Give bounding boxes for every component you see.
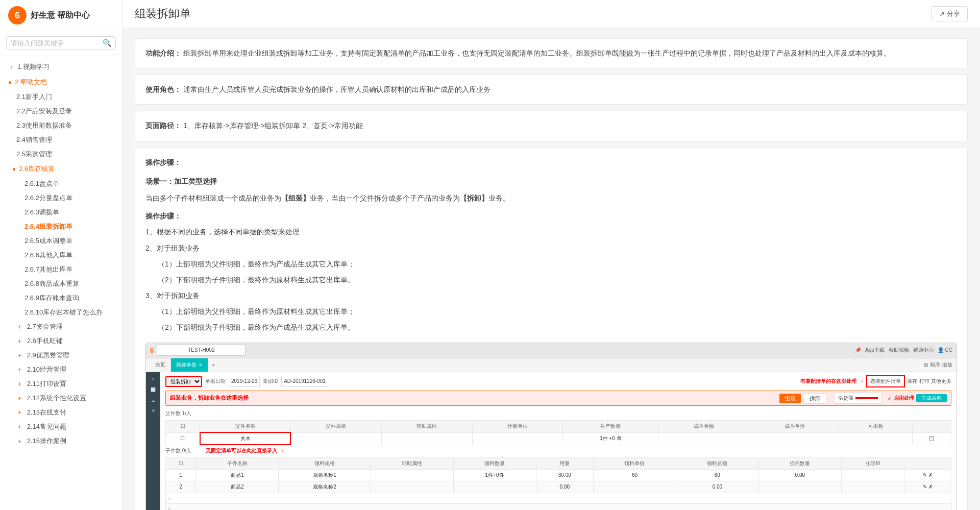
item-label: 2.7资金管理 <box>27 323 63 330</box>
sidebar-item-other-in[interactable]: 2.6.6其他入库单 <box>0 248 122 262</box>
type-select[interactable]: 组装拆卸 <box>165 376 202 387</box>
item-label: 2.14常见问题 <box>27 423 66 430</box>
sidebar-item-video[interactable]: ＋ 1.视频学习 <box>0 59 122 75</box>
table-row: 2 商品2 规格名称2 0.00 0.00 <box>166 481 951 493</box>
sidebar-item-data-prep[interactable]: 2.3使用前数据准备 <box>0 118 122 133</box>
sidebar-item-sales[interactable]: 2.4销售管理 <box>0 133 122 147</box>
sidebar-item-personalize[interactable]: ＋ 2.12系统个性化设置 <box>0 391 122 405</box>
cell-parent-name: 关木 <box>200 432 291 445</box>
lcol-qty: 领料数量 <box>453 458 536 470</box>
sidebar-item-print[interactable]: ＋ 2.11打印设置 <box>0 377 122 391</box>
item-label: 2.6.10库存账本错了怎么办 <box>24 308 103 316</box>
step2: 2、对于组装业务 <box>145 242 957 255</box>
lcol-spec: 领料规格 <box>279 458 371 470</box>
col-qty: 生产数量 <box>563 421 658 433</box>
steps-label: 操作步骤： <box>145 156 957 169</box>
path-card: 页面路径： 1、库存核算->库存管理->组装拆卸单 2、首页->常用功能 <box>135 111 968 141</box>
item-label: 2.6.4组装拆卸单 <box>24 223 72 230</box>
search-input[interactable] <box>11 39 103 47</box>
col-parent-spec: 父件规格 <box>290 421 381 433</box>
sidebar-item-inventory[interactable]: ● 2.6库存核算 <box>0 161 122 177</box>
scene1-title: 场景一：加工类型选择 <box>145 175 957 188</box>
enable-label: 启用处理 <box>894 394 914 403</box>
item-label: 2.6.7其他出库单 <box>24 265 72 273</box>
item-label: 2.6.6其他入库单 <box>24 251 72 259</box>
annotation2-text: 无固定清单可以在此处直接录入 <box>206 446 277 455</box>
search-input-wrap[interactable]: 🔍 <box>6 36 116 50</box>
item-label: 2.12系统个性化设置 <box>27 394 86 402</box>
supplier-field: 供货商 <box>835 393 881 404</box>
lcell-usage: 30.00 <box>536 470 593 481</box>
sidebar-item-assembly[interactable]: 2.6.4组装拆卸单 <box>0 220 122 234</box>
sidebar-item-other-out[interactable]: 2.6.7其他出库单 <box>0 262 122 277</box>
step1: 1、根据不同的业务，选择不同单据的类型来处理 <box>145 226 957 238</box>
enable-toggle[interactable]: 完成采购 <box>916 394 947 402</box>
item-label: 2.9优惠券管理 <box>27 351 69 359</box>
sidebar-item-docs[interactable]: ● 2.帮助文档 <box>0 75 122 90</box>
role-text: 通常由生产人员或库管人员完成拆装业务的操作，库管人员确认原材料的出库和产成品的入… <box>183 85 491 93</box>
cell-cost-amt <box>658 432 749 445</box>
cell-avail <box>840 432 913 445</box>
sidebar-item-cost-recalc[interactable]: 2.6.8商品成本重算 <box>0 277 122 291</box>
sidebar-item-install[interactable]: 2.2产品安装及登录 <box>0 104 122 118</box>
item-label: 2.8手机旺铺 <box>27 337 63 345</box>
item-label: 2.2产品安装及登录 <box>16 107 72 115</box>
sidebar-item-stock-query[interactable]: 2.6.9库存账本查询 <box>0 291 122 305</box>
share-button[interactable]: ↗ 分享 <box>932 6 968 21</box>
lcell-idx: 1 <box>166 470 196 481</box>
enable-field: ↙ 启用处理 完成采购 <box>888 394 947 403</box>
tab-new[interactable]: 新建单据 ✕ <box>171 358 208 372</box>
sidebar-item-online-pay[interactable]: ＋ 2.13在线支付 <box>0 405 122 420</box>
lcol-total: 领料总额 <box>676 458 758 470</box>
lcell-loss: 0.00 <box>758 470 841 481</box>
lcell-icons: ✎ ✗ <box>904 481 951 493</box>
select-bom-btn[interactable]: 选装配件清单 <box>866 375 905 387</box>
lcol-name: 子件名称 <box>196 458 279 470</box>
item-label: 2.15操作案例 <box>27 437 66 445</box>
col-cost-price: 成本单价 <box>749 421 840 433</box>
save-btn[interactable]: 保存 <box>907 377 917 386</box>
lcol-checkbox: ☐ <box>166 458 196 470</box>
item-label: 2.3使用前数据准备 <box>16 122 72 129</box>
lcell-qty: 1件+0件 <box>453 470 536 481</box>
tab-home[interactable]: 自页 <box>150 358 171 372</box>
sidebar-header: 6 好生意 帮助中心 <box>0 0 122 31</box>
lcol-loss: 损耗数量 <box>758 458 841 470</box>
lcell-total: 0.00 <box>676 481 758 493</box>
sidebar-item-cost-adjust[interactable]: 2.6.5成本调整单 <box>0 234 122 248</box>
collapse-icon: ● <box>8 79 12 86</box>
assembly-btn[interactable]: 组装 <box>779 394 801 403</box>
lcell-loss <box>758 481 841 493</box>
add-tab-btn[interactable]: ＋ <box>208 358 219 372</box>
sidebar-item-mobile[interactable]: ＋ 2.8手机旺铺 <box>0 334 122 348</box>
empty-row-4: 4 <box>166 504 951 510</box>
lcell-deduct <box>841 481 904 493</box>
cell-icon: 📋 <box>912 432 951 445</box>
form-toolbar: 组装拆卸 单据日期 2019-12-26 集团ID AD-20191226-00… <box>165 375 951 387</box>
sidebar-item-coupon[interactable]: ＋ 2.9优惠券管理 <box>0 348 122 362</box>
share-label: 分享 <box>947 9 960 18</box>
sidebar-item-beginner[interactable]: 2.1新手入门 <box>0 90 122 104</box>
lcell-deduct <box>841 470 904 481</box>
disassembly-btn[interactable]: 拆卸 <box>804 393 826 404</box>
sidebar-item-split-stocktake[interactable]: 2.6.2分量盘点单 <box>0 191 122 205</box>
lcell-spec: 规格名称1 <box>279 470 371 481</box>
item-label: 2.10经营管理 <box>27 366 66 373</box>
lower-table: ☐ 子件名称 领料规格 辅助属性 领料数量 用量 领料单价 领料总额 损耗数量 <box>165 457 951 510</box>
sidebar-item-cases[interactable]: ＋ 2.15操作案例 <box>0 434 122 448</box>
sidebar-item-label: 2.帮助文档 <box>15 78 47 87</box>
sidebar-item-ops[interactable]: ＋ 2.10经营管理 <box>0 362 122 377</box>
step2b: （2）下部明细为子件明细，最终作为原材料生成其它出库单。 <box>158 274 957 286</box>
search-icon[interactable]: 🔍 <box>103 39 111 47</box>
sidebar-item-finance[interactable]: ＋ 2.7资金管理 <box>0 320 122 334</box>
sidebar-item-adjust[interactable]: 2.6.3调拨单 <box>0 205 122 220</box>
sidebar-item-stock-error[interactable]: 2.6.10库存账本错了怎么办 <box>0 305 122 320</box>
sidebar-item-stocktake[interactable]: 2.6.1盘点单 <box>0 177 122 191</box>
col-parent-name: 父件名称 <box>200 421 291 433</box>
lcell-name: 商品2 <box>196 481 279 493</box>
cell-qty: 1件 +0 单 <box>563 432 658 445</box>
expand-icon: ＋ <box>8 63 14 71</box>
steps-card: 操作步骤： 场景一：加工类型选择 当由多个子件材料组装成一个成品的业务为【组装】… <box>135 148 968 510</box>
sidebar-item-faq[interactable]: ＋ 2.14常见问题 <box>0 420 122 434</box>
sidebar-item-purchase[interactable]: 2.5采购管理 <box>0 147 122 161</box>
